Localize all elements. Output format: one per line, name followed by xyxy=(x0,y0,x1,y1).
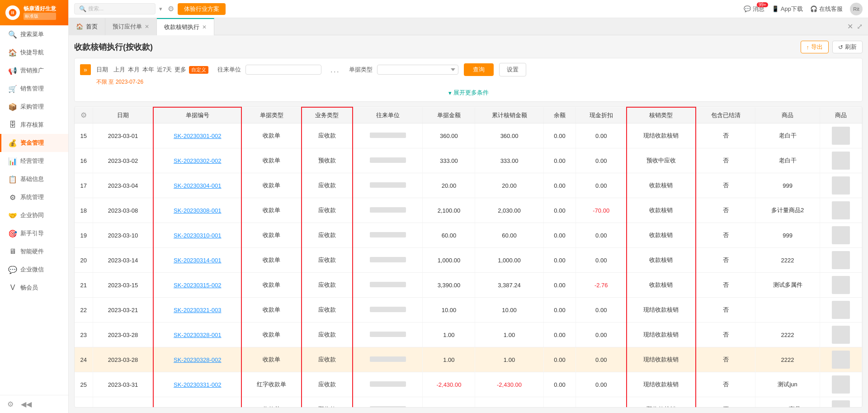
sidebar-item-搜索菜单[interactable]: 🔍搜索菜单 xyxy=(0,25,68,43)
td-sn: SK-20230304-001 xyxy=(153,173,241,198)
sidebar-item-经营管理[interactable]: 📊经营管理 xyxy=(0,152,68,170)
sn-link[interactable]: SK-20230328-001 xyxy=(174,332,222,338)
table-row: 21 2023-03-15 SK-20230315-002 收款单 应收款 3,… xyxy=(75,273,862,298)
sidebar-item-畅会员[interactable]: V畅会员 xyxy=(0,279,68,297)
filter-expand-button[interactable]: » xyxy=(80,64,91,75)
td-sn: SK-20230331-002 xyxy=(153,372,241,397)
th-settings[interactable]: ⚙ xyxy=(75,107,93,123)
th-date: 日期 xyxy=(93,107,153,123)
td-writeoff: 2,030.00 xyxy=(475,198,543,223)
sidebar-item-企业微信[interactable]: 💬企业微信 xyxy=(0,261,68,279)
table-header-row: ⚙ 日期 单据编号 单据类型 业务类型 往来单位 单据金额 累计核销金额 余额 … xyxy=(75,107,862,123)
td-biz-type: 应收款 xyxy=(302,323,353,347)
solution-button[interactable]: 体验行业方案 xyxy=(178,3,226,15)
app-download-label: App下载 xyxy=(781,5,803,13)
date-this-month[interactable]: 本月 xyxy=(128,66,140,74)
tab-writeoff-close[interactable]: ✕ xyxy=(202,24,207,30)
td-goods2 xyxy=(820,273,862,298)
sn-link[interactable]: SK-20230302-002 xyxy=(174,157,222,164)
sidebar-item-基础信息[interactable]: 📋基础信息 xyxy=(0,170,68,188)
receipt-type-select[interactable] xyxy=(377,65,458,75)
th-included: 包含已结清 xyxy=(696,107,755,123)
sn-link[interactable]: SK-20230403-002 xyxy=(174,406,222,408)
td-discount: 0.00 xyxy=(576,248,627,273)
setting-button[interactable]: 设置 xyxy=(499,63,526,76)
app-download-button[interactable]: 📱 App下载 xyxy=(772,5,803,13)
nav-label-14: 畅会员 xyxy=(20,284,38,292)
column-settings-icon[interactable]: ⚙ xyxy=(80,111,87,119)
td-goods1: 测试jun xyxy=(755,372,820,397)
settings-footer-icon[interactable]: ⚙ xyxy=(7,400,14,408)
table-scroll[interactable]: ⚙ 日期 单据编号 单据类型 业务类型 往来单位 单据金额 累计核销金额 余额 … xyxy=(75,107,862,407)
expand-more-button[interactable]: ▾ 展开更多条件 xyxy=(448,89,489,97)
sn-link[interactable]: SK-20230310-001 xyxy=(174,232,222,239)
sidebar-item-系统管理[interactable]: ⚙系统管理 xyxy=(0,188,68,206)
td-biz-type: 应收款 xyxy=(302,223,353,248)
sidebar-item-资金管理[interactable]: 💰资金管理 xyxy=(0,134,68,152)
sidebar-item-销售管理[interactable]: 🛒销售管理 xyxy=(0,80,68,98)
close-all-icon[interactable]: ✕ xyxy=(847,22,853,31)
td-receipt-type: 收款单 xyxy=(241,397,302,408)
td-sn: SK-20230308-001 xyxy=(153,198,241,223)
td-partner xyxy=(353,273,423,298)
sidebar-item-新手引导[interactable]: 🎯新手引导 xyxy=(0,224,68,242)
sidebar-item-库存核算[interactable]: 🗄库存核算 xyxy=(0,116,68,134)
nav-label-13: 企业微信 xyxy=(20,266,44,274)
date-this-year[interactable]: 本年 xyxy=(142,66,154,74)
td-included: 否 xyxy=(696,273,755,298)
avatar[interactable]: Rit xyxy=(850,3,863,15)
collapse-icon[interactable]: ◀◀ xyxy=(21,400,32,408)
refresh-button[interactable]: ↺ 刷新 xyxy=(832,41,863,53)
sn-link[interactable]: SK-20230304-001 xyxy=(174,182,222,189)
tab-bar: 🏠 首页 预订应付单 ✕ 收款核销执行 ✕ ✕ ⤢ xyxy=(69,18,868,35)
sidebar-item-营销推广[interactable]: 📢营销推广 xyxy=(0,62,68,80)
sn-link[interactable]: SK-20230308-001 xyxy=(174,207,222,214)
td-partner xyxy=(353,123,423,148)
td-discount: 0.00 xyxy=(576,372,627,397)
sn-link[interactable]: SK-20230315-002 xyxy=(174,282,222,289)
tab-prepay[interactable]: 预订应付单 ✕ xyxy=(105,18,157,35)
td-write-type: 收款核销 xyxy=(627,248,696,273)
sidebar-item-智能硬件[interactable]: 🖥智能硬件 xyxy=(0,242,68,261)
sn-link[interactable]: SK-20230314-001 xyxy=(174,257,222,264)
th-balance: 余额 xyxy=(543,107,576,123)
nav-icon-6: 💰 xyxy=(9,139,17,147)
sidebar-item-快捷导航[interactable]: 🏠快捷导航 xyxy=(0,43,68,62)
search-icon: 🔍 xyxy=(79,5,86,12)
nav-label-9: 系统管理 xyxy=(20,193,44,201)
tab-home[interactable]: 🏠 首页 xyxy=(69,18,105,35)
nav-icon-14: V xyxy=(9,284,17,292)
expand-window-icon[interactable]: ⤢ xyxy=(857,22,863,31)
td-write-type: 预收款核销 xyxy=(627,397,696,408)
td-partner xyxy=(353,173,423,198)
query-button[interactable]: 查询 xyxy=(464,63,494,76)
td-biz-type: 应收款 xyxy=(302,298,353,323)
date-7days[interactable]: 近7天 xyxy=(157,66,172,74)
sidebar-item-采购管理[interactable]: 📦采购管理 xyxy=(0,98,68,116)
td-included: 否 xyxy=(696,173,755,198)
td-receipt-type: 红字收款单 xyxy=(241,372,302,397)
gear-icon[interactable]: ⚙ xyxy=(168,5,174,13)
date-last-month[interactable]: 上月 xyxy=(113,66,125,74)
online-service-button[interactable]: 🎧 在线客服 xyxy=(810,5,843,13)
nav-label-6: 资金管理 xyxy=(20,139,44,147)
td-biz-type: 应收款 xyxy=(302,372,353,397)
table-row: 23 2023-03-28 SK-20230328-001 收款单 应收款 1.… xyxy=(75,323,862,347)
date-range-text: 不限 至 2023-07-26 xyxy=(96,79,143,85)
export-button[interactable]: ↑ 导出 xyxy=(801,41,829,53)
sn-link[interactable]: SK-20230328-002 xyxy=(174,356,222,363)
tab-writeoff[interactable]: 收款核销执行 ✕ xyxy=(157,18,214,35)
date-more[interactable]: 更多 xyxy=(175,66,186,74)
td-discount: 0.00 xyxy=(576,397,627,408)
sn-link[interactable]: SK-20230331-002 xyxy=(174,381,222,388)
sn-link[interactable]: SK-20230301-002 xyxy=(174,133,222,139)
partner-input[interactable] xyxy=(245,65,321,75)
sn-link[interactable]: SK-20230321-003 xyxy=(174,307,222,313)
td-included: 否 xyxy=(696,372,755,397)
messages-button[interactable]: 💬 消息 99+ xyxy=(744,5,764,13)
sidebar-logo: 畅康通好生意 标准版 xyxy=(0,0,68,25)
date-custom-button[interactable]: 自定义 xyxy=(189,66,208,74)
sidebar-item-企业协同[interactable]: 🤝企业协同 xyxy=(0,206,68,224)
td-writeoff: 1.00 xyxy=(475,347,543,372)
tab-prepay-close[interactable]: ✕ xyxy=(145,24,149,30)
